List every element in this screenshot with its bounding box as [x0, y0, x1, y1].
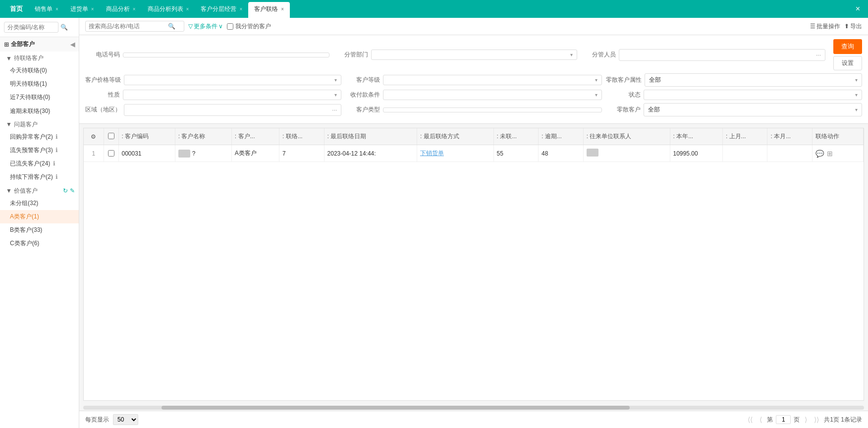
sidebar-item-c-class[interactable]: C类客户(6): [0, 237, 79, 250]
scrollbar-thumb[interactable]: [162, 406, 630, 410]
cell-this-year: 10995.00: [670, 145, 722, 162]
page-input[interactable]: [776, 415, 791, 424]
all-customers-header[interactable]: ⊞ 全部客户 ◀: [0, 37, 79, 52]
nature-input[interactable]: ▾: [123, 90, 341, 100]
filter-bar: 🔍 ▽ 更多条件 ∨ 我分管的客户 ☰ 批量操作 ⬆ 导出: [79, 18, 868, 35]
col-header-last-method: : 最后联络方式: [417, 128, 493, 145]
filter-row-3: 性质 ▾ 收付款条件 ▾ 状态 ▾: [85, 90, 862, 100]
row-checkbox[interactable]: [108, 150, 114, 157]
export-btn[interactable]: ⬆ 导出: [844, 22, 862, 31]
nav-tab-home[interactable]: 首页: [4, 1, 29, 16]
batch-icon: ☰: [810, 23, 815, 30]
retail-customer-input[interactable]: 全部▾: [644, 103, 862, 116]
filter-cell-price-level: 客户价格等级 ▾: [85, 75, 341, 85]
status-input[interactable]: ▾: [644, 90, 862, 100]
price-level-input[interactable]: ▾: [124, 75, 341, 85]
filter-search-input[interactable]: [89, 23, 168, 30]
my-customers-checkbox[interactable]: 我分管的客户: [227, 22, 271, 31]
prev-page-btn[interactable]: ⟨: [758, 415, 764, 425]
filter-row-2: 客户价格等级 ▾ 客户等级 ▾ 零散客户属性 全部▾: [85, 73, 862, 87]
cell-num: 1: [84, 145, 104, 162]
close-goods-analysis-icon[interactable]: ×: [133, 6, 136, 12]
nav-tab-purchase[interactable]: 进货单 ×: [64, 2, 100, 16]
first-page-btn[interactable]: ⟨⟨: [746, 415, 755, 425]
grid-icon: ⊞: [4, 41, 9, 48]
close-customer-contact-icon[interactable]: ×: [281, 6, 284, 12]
customer-level-input[interactable]: ▾: [383, 75, 601, 85]
last-method-link[interactable]: 下销货单: [420, 150, 444, 157]
nav-tab-customer-segment[interactable]: 客户分层经营 ×: [195, 2, 248, 16]
customer-level-label: 客户等级: [345, 76, 380, 84]
sidebar-item-7days[interactable]: 近7天待联络(0): [0, 91, 79, 104]
chat-icon[interactable]: 💬: [815, 150, 824, 158]
query-button[interactable]: 查询: [833, 39, 862, 54]
next-page-btn[interactable]: ⟩: [803, 415, 809, 425]
nav-tab-goods-list[interactable]: 商品分析列表 ×: [142, 2, 195, 16]
filter-cell-retail-customer: 零散客户 全部▾: [606, 103, 862, 116]
sidebar-item-unclassified[interactable]: 未分组(32): [0, 197, 79, 210]
batch-operations-btn[interactable]: ☰ 批量操作: [810, 22, 840, 31]
grid-action-icon[interactable]: ⊞: [827, 150, 833, 158]
department-input[interactable]: ▾: [371, 50, 578, 60]
select-all-checkbox[interactable]: [108, 133, 114, 139]
sidebar-item-declining[interactable]: 持续下滑客户(2) ℹ: [0, 170, 79, 184]
cell-last-method[interactable]: 下销货单: [417, 145, 493, 162]
export-icon: ⬆: [844, 23, 849, 30]
sidebar-item-b-class[interactable]: B类客户(33): [0, 223, 79, 237]
sidebar-item-today[interactable]: 今天待联络(0): [0, 64, 79, 77]
advanced-filter: 电话号码 分管部门 ▾ 分管人员 ··· 查询 设置: [79, 35, 868, 124]
status-label: 状态: [606, 91, 641, 99]
sidebar-item-lost-warning[interactable]: 流失预警客户(3) ℹ: [0, 144, 79, 157]
sidebar-item-tomorrow[interactable]: 明天待联络(1): [0, 77, 79, 91]
cell-code: 000031: [118, 145, 175, 162]
collapse-icon[interactable]: ◀: [70, 41, 75, 48]
sidebar-item-overdue[interactable]: 逾期未联络(30): [0, 105, 79, 118]
page-label: 第: [767, 416, 773, 424]
col-header-last-month: : 上月...: [722, 128, 767, 145]
col-header-company-contact: : 往来单位联系人: [583, 128, 670, 145]
my-customers-check[interactable]: [227, 23, 233, 30]
sidebar-item-a-class[interactable]: A类客户(1): [0, 210, 79, 223]
cell-checkbox[interactable]: [104, 145, 118, 162]
filter-cell-status: 状态 ▾: [606, 90, 862, 100]
cell-name: ?: [175, 145, 231, 162]
payment-input[interactable]: ▾: [383, 90, 601, 100]
close-purchase-icon[interactable]: ×: [91, 6, 94, 12]
customer-type-input[interactable]: [383, 107, 601, 112]
col-settings[interactable]: ⚙: [84, 128, 104, 145]
close-goods-list-icon[interactable]: ×: [186, 6, 189, 12]
retail-customer-label: 零散客户: [606, 106, 641, 114]
app-close-button[interactable]: ×: [852, 2, 864, 15]
sidebar-group-pending: ▼ 待联络客户: [0, 52, 79, 64]
data-table: ⚙ : 客户编码 : 客户名称 : 客户... : 联络... : 最后联络日期…: [84, 128, 864, 162]
info-icon-repurchase: ℹ: [55, 133, 58, 140]
col-header-last-date: : 最后联络日期: [324, 128, 417, 145]
sidebar-item-lost[interactable]: 已流失客户(24) ℹ: [0, 157, 79, 170]
col-checkbox[interactable]: [104, 128, 118, 145]
nav-tab-customer-contact[interactable]: 客户联络 ×: [248, 2, 290, 18]
region-input[interactable]: ···: [124, 104, 341, 116]
cell-category: A类客户: [231, 145, 279, 162]
close-customer-segment-icon[interactable]: ×: [239, 6, 242, 12]
settings-button[interactable]: 设置: [833, 56, 862, 70]
price-level-label: 客户价格等级: [85, 76, 121, 84]
nav-tab-goods-analysis[interactable]: 商品分析 ×: [100, 2, 142, 16]
retail-attr-input[interactable]: 全部▾: [645, 73, 862, 87]
filter-cell-phone: 电话号码: [85, 51, 329, 59]
more-conditions-btn[interactable]: ▽ 更多条件 ∨: [188, 22, 223, 31]
per-page-select[interactable]: 50 100: [113, 414, 138, 425]
filter-cell-retail-attr: 零散客户属性 全部▾: [606, 73, 862, 87]
nav-tab-sales[interactable]: 销售单 ×: [29, 2, 64, 16]
phone-input[interactable]: [123, 53, 329, 57]
department-label: 分管部门: [333, 51, 368, 59]
horizontal-scrollbar[interactable]: [79, 405, 868, 411]
filter-search-icon[interactable]: 🔍: [168, 23, 175, 30]
manager-input[interactable]: ···: [619, 49, 825, 61]
sidebar-search-icon[interactable]: 🔍: [60, 24, 68, 31]
sidebar-search-input[interactable]: [4, 22, 58, 33]
close-sales-icon[interactable]: ×: [55, 6, 58, 12]
refresh-icon[interactable]: ↻: [63, 187, 68, 194]
sidebar-item-repurchase[interactable]: 回购异常客户(2) ℹ: [0, 130, 79, 144]
edit-icon[interactable]: ✎: [70, 187, 75, 194]
last-page-btn[interactable]: ⟩⟩: [812, 415, 821, 425]
